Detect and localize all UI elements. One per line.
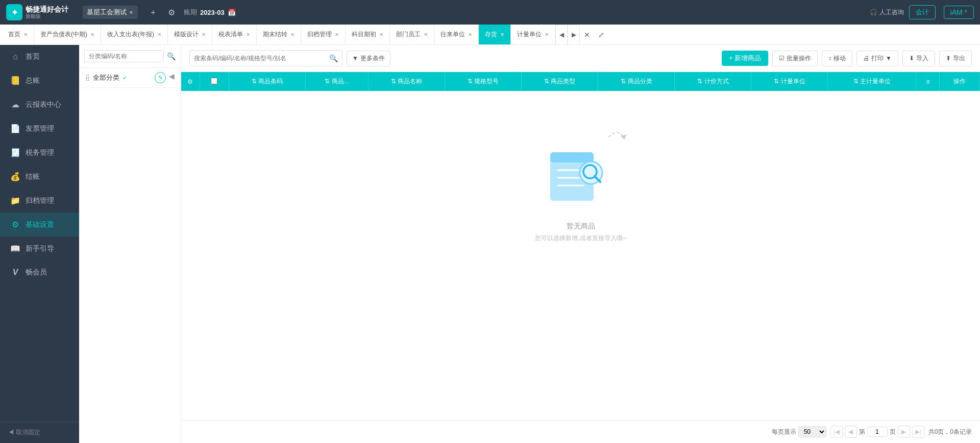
page-number-input[interactable] <box>867 427 888 437</box>
product-search-icon[interactable]: 🔍 <box>329 54 338 62</box>
tab-dept-staff[interactable]: 部门员工 ✕ <box>390 25 434 44</box>
tab-close-icon[interactable]: ✕ <box>157 32 161 37</box>
sidebar-label-cloud: 云报表中心 <box>26 100 61 109</box>
per-page-dropdown[interactable]: 50 10 20 100 <box>798 426 826 437</box>
sidebar-item-cloud-reports[interactable]: ☁ 云报表中心 <box>0 92 79 116</box>
col-extra[interactable]: ≡ <box>916 72 940 91</box>
left-panel: 🔍 ⣿ 全部分类 ✓ ✎ ◀ <box>79 45 181 443</box>
import-label: 导入 <box>916 54 928 63</box>
sidebar-item-invoice-mgmt[interactable]: 📄 发票管理 <box>0 116 79 141</box>
col-price-method[interactable]: ⇅ 计价方式 <box>675 72 751 91</box>
filter-icon: ▼ <box>352 55 358 62</box>
sidebar-item-archive[interactable]: 📁 归档管理 <box>0 189 79 213</box>
col-barcode[interactable]: ⇅ 商品条码 <box>229 72 305 91</box>
move-button[interactable]: ↕ 移动 <box>822 51 852 66</box>
product-search-input[interactable] <box>194 55 329 62</box>
print-label: 打印 <box>871 54 884 63</box>
category-search-icon[interactable]: 🔍 <box>167 52 176 60</box>
category-search-input[interactable] <box>84 50 164 62</box>
company-selector[interactable]: 基层工会测试 ▼ <box>83 6 138 19</box>
headset-icon: 🎧 <box>870 9 877 16</box>
tab-expand-button[interactable]: ⤢ <box>594 25 608 45</box>
batch-operation-button[interactable]: ☑ 批量操作 <box>772 51 818 66</box>
tab-close-icon[interactable]: ✕ <box>90 32 94 37</box>
tab-homepage[interactable]: 首页 ✕ <box>2 25 34 44</box>
col-unit[interactable]: ⇅ 计量单位 <box>751 72 828 91</box>
tab-next-button[interactable]: ▶ <box>568 25 580 45</box>
account-button[interactable]: 会计 <box>909 5 936 19</box>
tab-close-icon[interactable]: ✕ <box>335 32 339 37</box>
col-settings[interactable]: ⚙ <box>181 72 200 91</box>
left-panel-collapse-button[interactable]: ◀ <box>169 72 175 83</box>
settings-icon[interactable]: ⚙ <box>164 5 179 19</box>
col-type[interactable]: ⇅ 商品类型 <box>522 72 598 91</box>
sidebar: ⌂ 首页 📒 总账 ☁ 云报表中心 📄 发票管理 🧾 税务管理 💰 结账 📁 归… <box>0 45 79 443</box>
sidebar-item-new-guide[interactable]: 📖 新手引导 <box>0 237 79 261</box>
edit-icon: ✎ <box>158 75 163 81</box>
prev-page-button[interactable]: ◀ <box>845 426 857 438</box>
tab-prev-button[interactable]: ◀ <box>555 25 568 45</box>
sidebar-item-home[interactable]: ⌂ 首页 <box>0 45 79 68</box>
sidebar-item-basic-settings[interactable]: ⚙ 基础设置 <box>0 213 79 237</box>
tab-close-icon[interactable]: ✕ <box>500 32 504 37</box>
col-category[interactable]: ⇅ 商品分类 <box>598 72 675 91</box>
sidebar-item-membership[interactable]: V 畅会员 <box>0 261 79 284</box>
tab-label: 计量单位 <box>517 30 542 39</box>
product-search-box[interactable]: 🔍 <box>189 50 342 66</box>
sidebar-item-ledger[interactable]: 📒 总账 <box>0 68 79 92</box>
tab-close-icon[interactable]: ✕ <box>202 32 206 37</box>
category-edit-button[interactable]: ✎ <box>155 72 166 83</box>
move-label: 移动 <box>834 54 846 63</box>
tab-close-icon[interactable]: ✕ <box>246 32 250 37</box>
next-page-button[interactable]: ▶ <box>898 426 910 438</box>
tab-template-design[interactable]: 模版设计 ✕ <box>168 25 212 44</box>
select-all-checkbox[interactable] <box>211 78 217 84</box>
sidebar-label-tax: 税务管理 <box>26 148 54 157</box>
last-page-button[interactable]: ▶| <box>912 426 924 438</box>
sidebar-item-settlement[interactable]: 💰 结账 <box>0 165 79 189</box>
category-header: ⣿ 全部分类 ✓ ✎ ◀ <box>79 68 181 88</box>
tab-inventory[interactable]: 存货 ✕ <box>479 25 511 44</box>
more-filter-button[interactable]: ▼ 更多条件 <box>347 51 390 66</box>
tab-period-transfer[interactable]: 期末结转 ✕ <box>257 25 301 44</box>
add-tab-button[interactable]: ＋ <box>146 5 160 19</box>
sidebar-unpin-button[interactable]: ◀ 取消固定 <box>0 422 79 443</box>
calendar-icon[interactable]: 📅 <box>228 9 236 16</box>
empty-main-text: 暂无商品 <box>567 222 595 231</box>
col-code[interactable]: ⇅ 商品... <box>305 72 368 91</box>
col-main-unit-label: 主计量单位 <box>860 78 891 85</box>
tab-close-icon[interactable]: ✕ <box>468 32 472 37</box>
tab-close-icon[interactable]: ✕ <box>23 32 28 37</box>
tab-close-icon[interactable]: ✕ <box>379 32 383 37</box>
tab-close-icon[interactable]: ✕ <box>424 32 428 37</box>
iam-button[interactable]: iAM * <box>944 6 974 19</box>
print-button[interactable]: 🖨 打印 ▼ <box>856 51 898 66</box>
import-button[interactable]: ⬇ 导入 <box>902 51 935 66</box>
period-label: 账期 <box>184 8 197 17</box>
tab-close-icon[interactable]: ✕ <box>545 32 549 37</box>
archive-icon: 📁 <box>10 196 20 205</box>
tab-label: 模版设计 <box>174 30 199 39</box>
col-spec[interactable]: ⇅ 规格型号 <box>445 72 522 91</box>
tab-income-statement[interactable]: 收入支出表(年报) ✕ <box>101 25 168 44</box>
tab-close-all-button[interactable]: ✕ <box>580 25 594 45</box>
add-product-button[interactable]: + 新增商品 <box>722 51 768 66</box>
tab-archive-mgmt[interactable]: 归档管理 ✕ <box>301 25 346 44</box>
tab-close-icon[interactable]: ✕ <box>290 32 295 37</box>
tab-contacts[interactable]: 往来单位 ✕ <box>434 25 479 44</box>
tab-subject-initial[interactable]: 科目期初 ✕ <box>346 25 390 44</box>
col-name[interactable]: ⇅ 商品名称 <box>369 72 445 91</box>
tab-balance-sheet[interactable]: 资产负债表(中期) ✕ <box>34 25 101 44</box>
col-checkbox[interactable] <box>200 72 229 91</box>
page-label: 第 <box>859 428 865 436</box>
sidebar-item-tax-mgmt[interactable]: 🧾 税务管理 <box>0 141 79 165</box>
company-name: 基层工会测试 <box>87 8 127 17</box>
export-button[interactable]: ⬆ 导出 <box>939 51 972 66</box>
tab-unit-measure[interactable]: 计量单位 ✕ <box>511 25 555 44</box>
support-button[interactable]: 🎧 人工咨询 <box>870 8 904 17</box>
first-page-button[interactable]: |◀ <box>830 426 843 438</box>
settings-sidebar-icon: ⚙ <box>10 220 20 229</box>
tab-tax-list[interactable]: 税表清单 ✕ <box>212 25 257 44</box>
col-main-unit[interactable]: ⇅ 主计量单位 <box>828 72 916 91</box>
sidebar-label-archive: 归档管理 <box>26 196 54 205</box>
